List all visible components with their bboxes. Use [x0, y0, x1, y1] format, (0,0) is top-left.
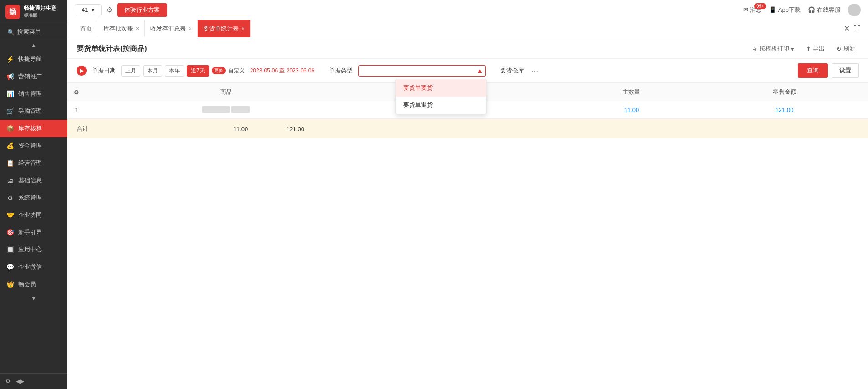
enterprise-icon: 🤝 — [5, 211, 15, 219]
content-area: 要货单统计表(按商品) 🖨 按模板打印 ▾ ⬆ 导出 ↻ 刷新 — [67, 37, 868, 389]
type-filter-input[interactable] — [358, 65, 486, 77]
tabs-actions: ✕ ⛶ — [844, 24, 861, 33]
footer-values: 11.00 121.00 — [104, 126, 859, 133]
date-filter-label: 单据日期 — [92, 67, 116, 75]
filter-toggle-btn[interactable]: ▶ — [77, 66, 87, 76]
search-icon: 🔍 — [7, 29, 15, 36]
sidebar-item-purchase[interactable]: 🛒 采购管理 — [0, 102, 67, 120]
sidebar-bottom: ⚙ ◀▶ — [0, 373, 67, 389]
sidebar-item-newbie[interactable]: 🎯 新手引导 — [0, 224, 67, 241]
tabs-close-all-icon[interactable]: ✕ — [844, 24, 850, 33]
sidebar-item-inventory[interactable]: 📦 库存核算 — [0, 120, 67, 137]
collapse-icon[interactable]: ◀▶ — [16, 378, 24, 384]
filter-actions: 查询 设置 — [798, 63, 859, 78]
quick-nav-icon: ⚡ — [5, 56, 15, 63]
branch-selector[interactable]: 41 ▾ — [75, 4, 102, 15]
table-header-gear[interactable]: ⚙ — [67, 83, 86, 101]
sidebar-item-sales[interactable]: 📊 销售管理 — [0, 85, 67, 102]
sidebar-item-finance[interactable]: 💰 资金管理 — [0, 137, 67, 154]
sidebar-item-enterprise[interactable]: 🤝 企业协同 — [0, 206, 67, 224]
custom-date-btn[interactable]: 自定义 — [228, 67, 245, 75]
basic-info-icon: 🗂 — [5, 177, 15, 184]
online-service-btn[interactable]: 🎧 在线客服 — [808, 6, 841, 14]
sidebar-search[interactable]: 🔍 搜索菜单 — [0, 24, 67, 40]
type-filter-clear-icon[interactable]: ▲ — [477, 67, 483, 74]
topbar-left: 41 ▾ ⚙ 体验行业方案 — [75, 3, 743, 17]
inventory-icon: 📦 — [5, 125, 15, 132]
tab-close-inventory-batch[interactable]: × — [136, 26, 139, 32]
main-area: 41 ▾ ⚙ 体验行业方案 ✉ 消息 99+ 📱 App下载 🎧 在线客服 — [67, 0, 868, 389]
dropdown-item-order-goods[interactable]: 要货单要货 — [396, 79, 486, 97]
dropdown-item-order-return[interactable]: 要货单退货 — [396, 97, 486, 114]
print-icon: 🖨 — [752, 46, 758, 52]
setting-btn[interactable]: 设置 — [832, 63, 859, 78]
page: 要货单统计表(按商品) 🖨 按模板打印 ▾ ⬆ 导出 ↻ 刷新 — [67, 37, 868, 389]
filter-bar: ▶ 单据日期 上月 本月 本年 近7天 更多 自定义 2023-05-06 至 … — [67, 59, 868, 83]
members-icon: 👑 — [5, 281, 15, 288]
topbar-right: ✉ 消息 99+ 📱 App下载 🎧 在线客服 — [743, 4, 861, 16]
sidebar-item-app-center[interactable]: 🔲 应用中心 — [0, 241, 67, 258]
page-title: 要货单统计表(按商品) — [77, 44, 147, 54]
warehouse-filter-dots[interactable]: ··· — [531, 66, 538, 76]
type-dropdown: 要货单要货 要货单退货 — [395, 79, 487, 114]
sidebar-item-operations[interactable]: 📋 经营管理 — [0, 154, 67, 172]
tab-collection-summary[interactable]: 收发存汇总表 × — [145, 20, 198, 37]
row-seq: 1 — [67, 101, 86, 119]
export-icon: ⬆ — [806, 46, 811, 52]
tabs-maximize-icon[interactable]: ⛶ — [853, 25, 861, 33]
tab-close-order-stats[interactable]: × — [241, 26, 245, 32]
app-center-icon: 🔲 — [5, 246, 15, 253]
tabs-bar: 首页 库存批次账 × 收发存汇总表 × 要货单统计表 × ✕ ⛶ — [67, 20, 868, 37]
warehouse-filter-label: 要货仓库 — [500, 67, 524, 75]
tab-home[interactable]: 首页 — [75, 20, 98, 37]
sidebar-item-marketing[interactable]: 📢 营销推广 — [0, 68, 67, 85]
settings-bottom-icon[interactable]: ⚙ — [5, 378, 10, 384]
this-year-btn[interactable]: 本年 — [165, 65, 184, 77]
message-icon: ✉ — [743, 6, 748, 13]
row-amount[interactable]: 121.00 — [701, 101, 868, 119]
marketing-icon: 📢 — [5, 73, 15, 80]
table-footer: 合计 11.00 121.00 — [67, 119, 868, 138]
newbie-icon: 🎯 — [5, 229, 15, 236]
sidebar-item-system[interactable]: ⚙ 系统管理 — [0, 189, 67, 206]
sidebar-item-members[interactable]: 👑 畅会员 — [0, 276, 67, 293]
trial-btn[interactable]: 体验行业方案 — [117, 3, 167, 17]
user-avatar[interactable] — [848, 4, 861, 16]
topbar-gear-icon[interactable]: ⚙ — [106, 5, 113, 14]
filter-date-group: 上月 本月 本年 近7天 更多 自定义 — [121, 65, 245, 77]
page-actions: 🖨 按模板打印 ▾ ⬆ 导出 ↻ 刷新 — [748, 43, 859, 55]
row-qty[interactable]: 11.00 — [562, 101, 701, 119]
chevron-down-icon: ▾ — [92, 6, 95, 13]
headset-icon: 🎧 — [808, 6, 815, 13]
this-month-btn[interactable]: 本月 — [143, 65, 162, 77]
sidebar: 畅 畅捷通好生意 标准版 🔍 搜索菜单 ▲ ⚡ 快捷导航 📢 营销推广 📊 销售… — [0, 0, 67, 389]
tab-inventory-batch[interactable]: 库存批次账 × — [98, 20, 145, 37]
sales-icon: 📊 — [5, 90, 15, 97]
print-btn[interactable]: 🖨 按模板打印 ▾ — [748, 43, 798, 55]
tab-order-stats[interactable]: 要货单统计表 × — [198, 20, 251, 37]
recent7-btn[interactable]: 近7天 — [187, 65, 209, 77]
tab-close-collection-summary[interactable]: × — [189, 26, 192, 32]
type-filter-label: 单据类型 — [329, 67, 353, 75]
logo-icon: 畅 — [5, 5, 20, 19]
refresh-btn[interactable]: ↻ 刷新 — [833, 43, 859, 55]
sidebar-item-quick-nav[interactable]: ⚡ 快捷导航 — [0, 51, 67, 68]
footer-label: 合计 — [77, 125, 104, 133]
more-dates-badge[interactable]: 更多 — [212, 67, 226, 74]
export-btn[interactable]: ⬆ 导出 — [802, 43, 828, 55]
finance-icon: 💰 — [5, 142, 15, 149]
operations-icon: 📋 — [5, 159, 15, 167]
sidebar-scroll-up[interactable]: ▲ — [0, 40, 67, 51]
row-product — [86, 101, 366, 119]
system-icon: ⚙ — [5, 194, 15, 201]
message-btn[interactable]: ✉ 消息 99+ — [743, 6, 762, 14]
sidebar-scroll-down[interactable]: ▼ — [0, 293, 67, 303]
app-download-btn[interactable]: 📱 App下载 — [769, 6, 801, 14]
type-filter-wrap: ▲ — [358, 65, 486, 77]
sidebar-item-basic-info[interactable]: 🗂 基础信息 — [0, 172, 67, 189]
footer-amount: 121.00 — [268, 126, 323, 133]
prev-month-btn[interactable]: 上月 — [121, 65, 140, 77]
table-header-amount: 零售金额 — [701, 83, 868, 101]
sidebar-item-enterprise-wechat[interactable]: 💬 企业微信 — [0, 258, 67, 276]
query-btn[interactable]: 查询 — [798, 63, 828, 78]
